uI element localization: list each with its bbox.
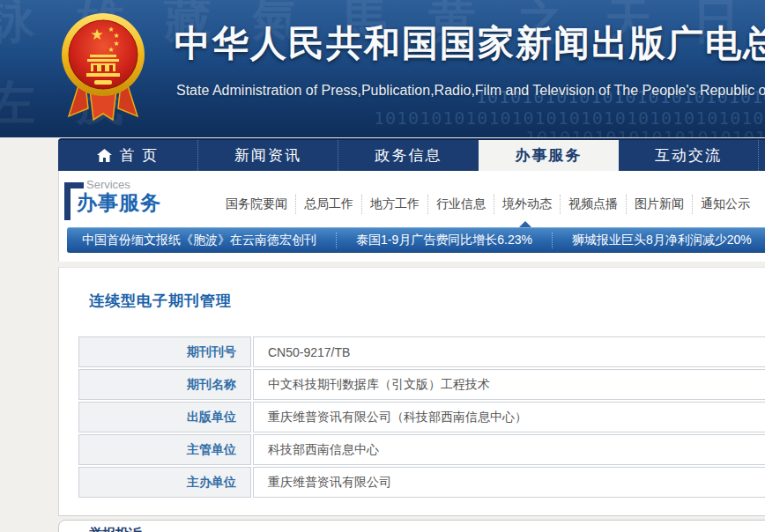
row-value: 科技部西南信息中心 [253,434,765,465]
svg-text:★: ★ [108,46,114,54]
binary-decor: 101010101010101010101010101010101010 [525,127,765,137]
nav-item-gov-info[interactable]: 政务信息 [338,140,479,171]
news-ticker-bar: 中国首份缅文报纸《胞波》在云南德宏创刊 泰国1-9月广告费同比增长6.23% 狮… [67,227,765,253]
subnav-link-industry-info[interactable]: 行业信息 [427,195,494,214]
section-subnav: 国务院要闻 总局工作 地方工作 行业信息 境外动态 视频点播 图片新闻 通知公示 [218,195,758,214]
nav-item-news[interactable]: 新闻资讯 [198,140,338,171]
subnav-link-notices[interactable]: 通知公示 [692,195,758,214]
subnav-link-admin-work[interactable]: 总局工作 [295,195,361,214]
nav-item-label: 政务信息 [375,145,442,166]
svg-text:★: ★ [90,26,103,43]
row-label: 主办单位 [78,467,251,498]
nav-item-interaction[interactable]: 互动交流 [619,140,759,171]
bottom-section-panel: 举报投诉 [58,520,765,532]
ticker-headline[interactable]: 中国首份缅文报纸《胞波》在云南德宏创刊 [67,233,336,248]
table-row: 期刊刊号 CN50-9217/TB [78,336,765,367]
national-emblem-logo: ★ ★ ★ ★ ★ [58,11,148,127]
section-header-panel: Services 办事服务 国务院要闻 总局工作 地方工作 行业信息 境外动态 … [58,171,765,262]
subnav-link-local-work[interactable]: 地方工作 [361,195,427,214]
journal-info-table: 期刊刊号 CN50-9217/TB 期刊名称 中文科技期刊数据库（引文版）工程技… [77,335,765,499]
bottom-section-heading: 举报投诉 [89,526,142,532]
content-panel: 连续型电子期刊管理 期刊刊号 CN50-9217/TB 期刊名称 中文科技期刊数… [58,267,765,516]
ticker-headline[interactable]: 泰国1-9月广告费同比增长6.23% [336,233,552,248]
table-row: 期刊名称 中文科技期刊数据库（引文版）工程技术 [78,369,765,400]
site-subtitle-en: State Administration of Press,Publicatio… [176,83,765,99]
site-title: 中华人民共和国国家新闻出版广电总局 [175,19,765,68]
binary-decor: 101010101010101010101010101010101010 [374,107,765,129]
subnav-link-overseas-active[interactable]: 境外动态 [494,195,560,214]
subnav-link-video[interactable]: 视频点播 [560,195,626,214]
svg-text:★: ★ [113,32,119,40]
nav-item-label: 互动交流 [655,145,722,166]
row-value: 重庆维普资讯有限公司（科技部西南信息中心） [253,402,765,432]
row-label: 主管单位 [78,434,251,465]
nav-item-home[interactable]: 首 页 [58,140,198,171]
row-label: 期刊名称 [78,369,251,400]
table-row: 主办单位 重庆维普资讯有限公司 [78,467,765,498]
table-row: 主管单位 科技部西南信息中心 [78,434,765,465]
page-title: 连续型电子期刊管理 [89,291,232,311]
home-icon [97,149,112,162]
subnav-link-photo-news[interactable]: 图片新闻 [626,195,692,214]
row-value: 中文科技期刊数据库（引文版）工程技术 [253,369,765,400]
row-value: CN50-9217/TB [253,336,765,367]
nav-item-label: 首 页 [120,145,160,166]
ticker-headline[interactable]: 狮城报业巨头8月净利润减少20% [552,233,765,248]
row-label: 出版单位 [78,402,251,432]
subnav-link-state-council[interactable]: 国务院要闻 [218,195,295,214]
site-header-banner: 詠雄藏氣馬黄之天日潮左茂 101010101010101010101010101… [0,0,765,137]
table-row: 出版单位 重庆维普资讯有限公司（科技部西南信息中心） [78,402,765,432]
browser-page: 詠雄藏氣馬黄之天日潮左茂 101010101010101010101010101… [0,0,765,532]
nav-item-label: 新闻资讯 [234,145,301,166]
row-label: 期刊刊号 [78,336,251,367]
nav-item-services-active[interactable]: 办事服务 [479,140,619,171]
nav-item-label: 办事服务 [516,145,583,166]
section-title: 办事服务 [77,189,161,217]
row-value: 重庆维普资讯有限公司 [253,467,765,498]
primary-nav: 首 页 新闻资讯 政务信息 办事服务 互动交流 [58,138,765,171]
